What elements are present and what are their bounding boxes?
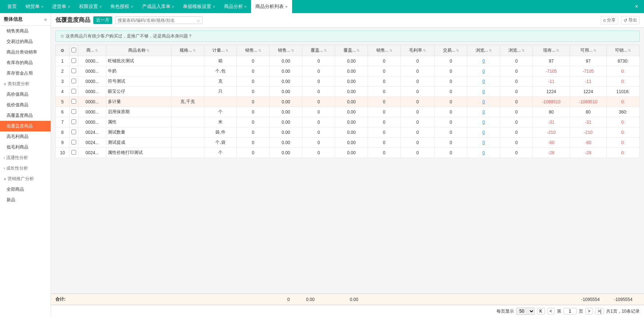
- sidebar-item-high-value[interactable]: 高价值商品: [0, 89, 51, 100]
- row-browse1[interactable]: 0: [467, 56, 500, 66]
- col-cov2-header[interactable]: 覆盖... ⇅: [335, 45, 368, 56]
- sidebar-item-stock-goods[interactable]: 有库存的商品: [0, 58, 51, 68]
- row-checkbox-cell[interactable]: [69, 66, 78, 76]
- row-current: -210: [533, 127, 570, 138]
- nav-sales[interactable]: 销货单 ×: [21, 0, 48, 13]
- col-cov1-header[interactable]: 覆盖... ⇅: [302, 45, 335, 56]
- nav-analysis-list-close[interactable]: ×: [285, 0, 287, 13]
- per-page-select[interactable]: 50 20 100 200: [516, 308, 535, 315]
- nav-product-analysis-list[interactable]: 商品分析列表 ×: [251, 0, 292, 13]
- row-checkbox-cell[interactable]: [69, 97, 78, 107]
- row-checkbox-cell[interactable]: [69, 87, 78, 97]
- row-checkbox-cell[interactable]: [69, 127, 78, 138]
- row-checkbox-cell[interactable]: [69, 76, 78, 87]
- share-button[interactable]: ⎋ 分享: [601, 16, 618, 24]
- sidebar-group-flow[interactable]: › 流通性分析: [0, 152, 51, 163]
- row-browse1[interactable]: 0: [467, 107, 500, 117]
- nav-template-close[interactable]: ×: [213, 0, 215, 13]
- sidebar-item-category-rate[interactable]: 商品分类动销率: [0, 47, 51, 58]
- col-trans-header[interactable]: 交易... ⇅: [435, 45, 467, 56]
- sidebar-item-new-goods[interactable]: 新品: [0, 195, 51, 205]
- nav-sales-close[interactable]: ×: [41, 0, 43, 13]
- row-checkbox[interactable]: [71, 79, 76, 83]
- nav-permissions[interactable]: 权限设置 ×: [75, 0, 106, 13]
- nav-product-entry-close[interactable]: ×: [172, 0, 174, 13]
- sidebar-group-marketing[interactable]: ∨ 营销推广分析: [0, 174, 51, 184]
- sidebar-group-category[interactable]: ∨ 类别度分析: [0, 79, 51, 89]
- row-sales-qty: 0: [237, 97, 270, 107]
- last-page-btn[interactable]: >|: [595, 308, 604, 314]
- nav-roles[interactable]: 角色授权 ×: [106, 0, 137, 13]
- nav-product-entry[interactable]: 产成品入库单 ×: [138, 0, 178, 13]
- sidebar-item-stock-capital[interactable]: 库存资金占用: [0, 68, 51, 79]
- sidebar-item-high-coverage[interactable]: 高覆盖度商品: [0, 110, 51, 121]
- page-number-input[interactable]: [564, 308, 577, 314]
- row-checkbox[interactable]: [71, 68, 76, 73]
- footer-label: 合计:: [55, 296, 66, 302]
- row-checkbox-cell[interactable]: [69, 138, 78, 148]
- first-page-btn[interactable]: K: [537, 308, 545, 314]
- row-checkbox-cell[interactable]: [69, 148, 78, 158]
- row-checkbox[interactable]: [71, 89, 76, 94]
- col-sales-qty-header[interactable]: 销售... ⇅: [237, 45, 270, 56]
- row-checkbox[interactable]: [71, 119, 76, 124]
- sidebar-item-low-coverage[interactable]: 低覆盖度商品: [0, 121, 51, 131]
- nav-permissions-close[interactable]: ×: [99, 0, 102, 13]
- row-browse1[interactable]: 0: [467, 87, 500, 97]
- nav-roles-close[interactable]: ×: [131, 0, 133, 13]
- row-browse1[interactable]: 0: [467, 138, 500, 148]
- sidebar-item-high-margin[interactable]: 高毛利商品: [0, 131, 51, 142]
- export-button[interactable]: ↺ 导出: [621, 16, 640, 24]
- nav-purchase[interactable]: 进货单 ×: [48, 0, 74, 13]
- select-all-checkbox[interactable]: [71, 48, 76, 52]
- row-checkbox[interactable]: [71, 109, 76, 114]
- col-cov2-sort: ⇅: [357, 48, 360, 52]
- col-name-header[interactable]: 商品名称 ⇅: [106, 45, 171, 56]
- row-browse1[interactable]: 0: [467, 66, 500, 76]
- col-settings[interactable]: ⚙: [56, 45, 70, 56]
- nav-product-analysis[interactable]: 商品分析 ×: [220, 0, 251, 13]
- row-browse1[interactable]: 0: [467, 97, 500, 107]
- next-page-btn[interactable]: >: [585, 308, 593, 314]
- row-checkbox[interactable]: [71, 140, 76, 144]
- sidebar-item-traded-goods[interactable]: 交易过的商品: [0, 36, 51, 47]
- search-input[interactable]: [118, 18, 196, 23]
- col-browse2-header[interactable]: 浏览... ⇅: [500, 45, 533, 56]
- period-button[interactable]: 近一月: [93, 16, 112, 24]
- col-saleable-header[interactable]: 可销... ⇅: [606, 45, 639, 56]
- nav-template-settings[interactable]: 单据模板设置 ×: [178, 0, 219, 13]
- sidebar-group-growth[interactable]: › 成长性分析: [0, 163, 51, 174]
- row-browse1[interactable]: 0: [467, 127, 500, 138]
- row-checkbox-cell[interactable]: [69, 56, 78, 66]
- row-checkbox-cell[interactable]: [69, 117, 78, 127]
- sidebar-item-sales-goods[interactable]: 销售类商品: [0, 26, 51, 36]
- row-browse1[interactable]: 0: [467, 117, 500, 127]
- sidebar-item-all-goods[interactable]: 全部商品: [0, 184, 51, 195]
- col-gross-header[interactable]: 毛利率 ⇅: [401, 45, 435, 56]
- window-close-btn[interactable]: ×: [632, 3, 641, 10]
- col-checkbox-all[interactable]: [69, 45, 78, 56]
- col-available-header[interactable]: 可用... ⇅: [570, 45, 606, 56]
- col-current-header[interactable]: 现有... ⇅: [533, 45, 570, 56]
- row-checkbox[interactable]: [71, 130, 76, 134]
- row-checkbox-cell[interactable]: [69, 107, 78, 117]
- prev-page-btn[interactable]: <: [547, 308, 555, 314]
- row-checkbox[interactable]: [71, 58, 76, 63]
- col-code-header[interactable]: 商... ⇅: [78, 45, 106, 56]
- search-icon[interactable]: ⌕: [197, 17, 200, 23]
- col-sales3-header[interactable]: 销售... ⇅: [368, 45, 401, 56]
- col-browse1-header[interactable]: 浏览... ⇅: [467, 45, 500, 56]
- col-spec-header[interactable]: 规格... ⇅: [171, 45, 204, 56]
- row-checkbox[interactable]: [71, 99, 76, 104]
- col-unit-header[interactable]: 计量... ⇅: [204, 45, 237, 56]
- sidebar-item-low-margin[interactable]: 低毛利商品: [0, 142, 51, 152]
- nav-home[interactable]: 首页: [3, 0, 21, 13]
- col-sales-amt-header[interactable]: 销售... ⇅: [270, 45, 302, 56]
- sidebar-collapse-btn[interactable]: «: [44, 16, 47, 22]
- sidebar-item-low-value[interactable]: 低价值商品: [0, 100, 51, 110]
- nav-purchase-close[interactable]: ×: [68, 0, 70, 13]
- nav-analysis-close[interactable]: ×: [244, 0, 247, 13]
- row-checkbox[interactable]: [71, 150, 76, 155]
- row-browse1[interactable]: 0: [467, 76, 500, 87]
- row-browse1[interactable]: 0: [467, 148, 500, 158]
